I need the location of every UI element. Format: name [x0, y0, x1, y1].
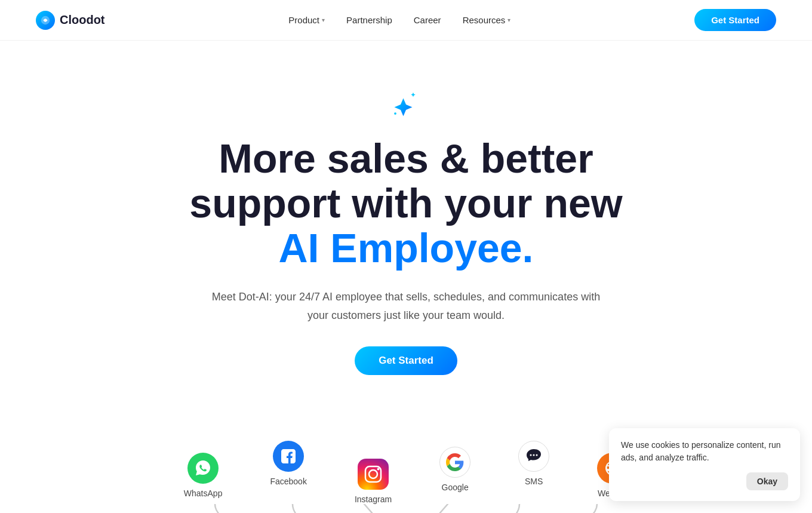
svg-rect-4: [358, 459, 389, 490]
whatsapp-label: WhatsApp: [184, 489, 223, 498]
cookie-text: We use cookies to personalize content, r…: [621, 439, 788, 464]
hero-title-ai: AI Employee.: [278, 225, 533, 271]
hero-section: More sales & better support with your ne…: [0, 41, 812, 411]
integration-facebook: Facebook: [270, 441, 306, 486]
nav-item-partnership[interactable]: Partnership: [346, 15, 392, 25]
nav-item-career[interactable]: Career: [414, 15, 441, 25]
google-icon: [439, 447, 470, 478]
hero-subtitle: Meet Dot-AI: your 24/7 AI employee that …: [203, 288, 609, 324]
svg-point-3: [394, 112, 396, 115]
hero-title: More sales & better support with your ne…: [189, 136, 622, 270]
nav-link-career[interactable]: Career: [414, 15, 441, 25]
svg-point-9: [533, 454, 535, 456]
instagram-icon: [358, 459, 389, 490]
svg-point-10: [536, 454, 538, 456]
nav-link-product[interactable]: Product ▾: [288, 15, 325, 25]
nav-links: Product ▾ Partnership Career Resources ▾: [288, 15, 510, 25]
facebook-icon: [273, 441, 304, 472]
nav-link-resources[interactable]: Resources ▾: [463, 15, 511, 25]
nav-item-resources[interactable]: Resources ▾: [463, 15, 511, 25]
cookie-banner: We use cookies to personalize content, r…: [609, 428, 800, 501]
google-label: Google: [442, 483, 469, 492]
svg-point-8: [530, 454, 532, 456]
logo-text: Cloodot: [60, 13, 105, 27]
navbar: Cloodot Product ▾ Partnership Career Res…: [0, 0, 812, 41]
nav-item-product[interactable]: Product ▾: [288, 15, 325, 25]
hero-title-line2: support with your new: [189, 180, 622, 226]
integration-whatsapp: WhatsApp: [184, 453, 223, 498]
svg-marker-2: [395, 99, 413, 116]
svg-point-7: [377, 468, 380, 470]
instagram-label: Instagram: [355, 494, 392, 504]
cookie-okay-button[interactable]: Okay: [746, 472, 788, 490]
logo[interactable]: Cloodot: [36, 11, 105, 30]
logo-icon: [36, 11, 55, 30]
hero-title-line1: More sales & better: [219, 136, 593, 181]
sms-label: SMS: [525, 477, 543, 486]
chevron-down-icon-resources: ▾: [508, 17, 510, 23]
nav-link-partnership[interactable]: Partnership: [346, 15, 392, 25]
hero-get-started-button[interactable]: Get Started: [355, 346, 457, 375]
integration-sms: SMS: [518, 441, 549, 486]
integration-instagram: Instagram: [355, 459, 392, 504]
integration-google: Google: [439, 447, 470, 492]
chevron-down-icon: ▾: [322, 17, 325, 23]
sparkle-icon: [388, 88, 424, 124]
curve-decoration: [167, 504, 645, 513]
nav-get-started-button[interactable]: Get Started: [694, 9, 776, 31]
svg-marker-1: [411, 93, 416, 97]
whatsapp-icon: [187, 453, 219, 484]
sms-icon: [518, 441, 549, 472]
facebook-label: Facebook: [270, 477, 306, 486]
